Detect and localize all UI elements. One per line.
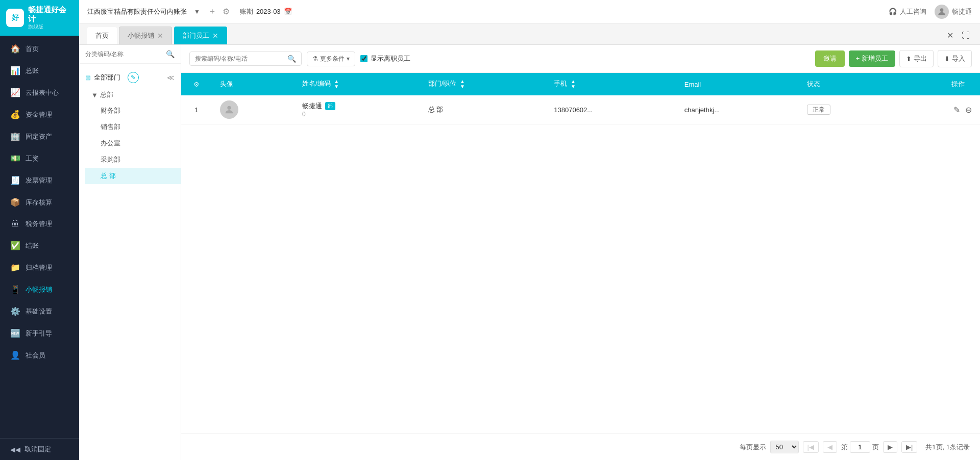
sidebar-item-home[interactable]: 🏠 首页 xyxy=(0,38,79,60)
reports-icon: 📈 xyxy=(10,88,20,97)
user-btn[interactable]: 畅捷通 xyxy=(935,5,972,19)
inventory-icon: 📦 xyxy=(10,197,20,207)
edit-employee-icon[interactable]: ✎ xyxy=(953,105,960,115)
sidebar-item-invoice[interactable]: 🧾 发票管理 xyxy=(0,169,79,191)
sidebar-item-settings[interactable]: ⚙️ 基础设置 xyxy=(0,300,79,322)
show-resigned-checkbox-label[interactable]: 显示离职员工 xyxy=(360,54,410,63)
sidebar-label-settings: 基础设置 xyxy=(26,307,52,316)
sidebar-item-assets[interactable]: 🏢 固定资产 xyxy=(0,125,79,147)
tab-expense-close-icon[interactable]: ✕ xyxy=(157,32,163,40)
dept-search-icon[interactable]: 🔍 xyxy=(166,50,175,58)
tab-dept-close-icon[interactable]: ✕ xyxy=(212,32,218,39)
employee-phone: 138070602... xyxy=(554,106,593,114)
col-email: Email xyxy=(676,73,799,95)
page-last-btn[interactable]: ▶| xyxy=(901,441,917,453)
sidebar-item-tax[interactable]: 🏛 税务管理 xyxy=(0,213,79,235)
content: 🔍 ⊞ 全部部门 ✎ ≪ ▼ 总部 财务部 xyxy=(79,45,980,460)
sidebar-item-reports[interactable]: 📈 云报表中心 xyxy=(0,82,79,104)
dept-child-sales[interactable]: 销售部 xyxy=(85,119,181,135)
tab-home-label: 首页 xyxy=(95,31,109,40)
sidebar-item-salary[interactable]: 💵 工资 xyxy=(0,147,79,169)
col-dept[interactable]: 部门/职位 ▲▼ xyxy=(420,73,546,95)
company-settings-icon[interactable]: ⚙ xyxy=(223,7,230,16)
employee-search-icon[interactable]: 🔍 xyxy=(287,55,296,63)
export-button[interactable]: ⬆ 导出 xyxy=(899,50,934,67)
dept-search-input[interactable] xyxy=(85,50,163,58)
page-first-btn[interactable]: |◀ xyxy=(803,441,819,453)
show-resigned-checkbox[interactable] xyxy=(360,55,368,62)
right-panel: 🔍 ⚗ 更多条件 ▾ 显示离职员工 邀请 + 新增员工 xyxy=(181,45,980,460)
dept-child-finance[interactable]: 财务部 xyxy=(85,103,181,119)
sidebar-unpin[interactable]: ◀◀ 取消固定 xyxy=(0,438,79,460)
sidebar-label-member: 社会员 xyxy=(26,351,45,360)
page-unit: 页 xyxy=(872,443,879,452)
add-employee-button[interactable]: + 新增员工 xyxy=(849,50,895,67)
sidebar-item-archive[interactable]: 📁 归档管理 xyxy=(0,257,79,278)
sidebar-item-inventory[interactable]: 📦 库存核算 xyxy=(0,191,79,213)
page-size-select[interactable]: 50 10 20 100 xyxy=(770,441,799,453)
calendar-icon[interactable]: 📅 xyxy=(284,8,292,15)
logo-text-group: 畅捷通好会计 旗舰版 xyxy=(28,5,73,31)
col-phone[interactable]: 手机 ▲▼ xyxy=(546,73,676,95)
filter-label: 更多条件 xyxy=(320,55,345,63)
service-btn[interactable]: 🎧 人工咨询 xyxy=(889,7,926,16)
employee-table: ⚙ 头像 姓名/编码 ▲▼ 部门/职位 ▲▼ xyxy=(181,73,980,124)
dept-parent-headquarters[interactable]: ▼ 总部 xyxy=(85,87,181,103)
tab-close-all-btn[interactable]: ✕ xyxy=(945,29,955,42)
sidebar-item-funds[interactable]: 💰 资金管理 xyxy=(0,104,79,125)
dept-child-general[interactable]: 总 部 xyxy=(85,168,181,184)
phone-sort-icon[interactable]: ▲▼ xyxy=(571,79,576,89)
ledger-icon: 📊 xyxy=(10,66,20,75)
sidebar-logo[interactable]: 好 畅捷通好会计 旗舰版 xyxy=(0,0,79,36)
col-settings[interactable]: ⚙ xyxy=(181,73,212,95)
sidebar-label-expense: 小畅报销 xyxy=(26,285,52,294)
sidebar-item-expense[interactable]: 📱 小畅报销 xyxy=(0,278,79,300)
dept-edit-icon[interactable]: ✎ xyxy=(128,72,139,83)
add-company-icon[interactable]: ＋ xyxy=(208,6,216,17)
import-label: 导入 xyxy=(952,54,965,63)
dept-child-label-purchase: 采购部 xyxy=(101,156,120,163)
dept-child-office[interactable]: 办公室 xyxy=(85,135,181,151)
export-label: 导出 xyxy=(914,54,927,63)
tab-expand-btn[interactable]: ⛶ xyxy=(960,29,972,42)
sidebar-unpin-label: 取消固定 xyxy=(24,445,51,454)
company-dropdown-icon[interactable]: ▼ xyxy=(194,8,200,15)
archive-icon: 📁 xyxy=(10,263,20,272)
sidebar-label-reports: 云报表中心 xyxy=(26,88,59,97)
page-next-btn[interactable]: ▶ xyxy=(883,441,897,453)
tab-expense[interactable]: 小畅报销 ✕ xyxy=(119,27,172,44)
page-prev-btn[interactable]: ◀ xyxy=(823,441,837,453)
filter-chevron-icon: ▾ xyxy=(347,55,350,62)
sidebar-item-guide[interactable]: 🆕 新手引导 xyxy=(0,322,79,344)
cell-status: 正常 xyxy=(799,95,893,124)
import-button[interactable]: ⬇ 导入 xyxy=(938,50,972,67)
settings-gear-icon[interactable]: ⚙ xyxy=(193,81,200,88)
employee-search-box: 🔍 xyxy=(189,52,302,66)
filter-btn[interactable]: ⚗ 更多条件 ▾ xyxy=(307,52,355,66)
svg-point-0 xyxy=(940,8,944,12)
employee-search-input[interactable] xyxy=(195,55,284,62)
logout-employee-icon[interactable]: ⊖ xyxy=(965,105,972,115)
cell-name: 畅捷通 部 0 xyxy=(294,95,420,124)
period-value: 2023-03 xyxy=(256,8,281,15)
tab-dept[interactable]: 部门员工 ✕ xyxy=(174,27,227,44)
col-name[interactable]: 姓名/编码 ▲▼ xyxy=(294,73,420,95)
dept-all-row[interactable]: ⊞ 全部部门 ✎ ≪ xyxy=(79,68,181,87)
pagination: 每页显示 50 10 20 100 |◀ ◀ 第 页 ▶ ▶| 共1页, 1条记… xyxy=(181,433,980,460)
sidebar-item-close[interactable]: ✅ 结账 xyxy=(0,235,79,257)
guide-icon: 🆕 xyxy=(10,328,20,338)
dept-child-purchase[interactable]: 采购部 xyxy=(85,151,181,168)
dept-collapse-icon[interactable]: ≪ xyxy=(167,73,175,82)
name-sort-icon[interactable]: ▲▼ xyxy=(334,79,339,89)
tab-home[interactable]: 首页 xyxy=(87,27,117,44)
status-badge: 正常 xyxy=(807,105,830,115)
dept-badge: 部 xyxy=(325,102,335,110)
sidebar-item-ledger[interactable]: 📊 总账 xyxy=(0,60,79,82)
company-name: 江西服宝精品有限责任公司内账张 xyxy=(87,7,187,16)
dept-sort-icon[interactable]: ▲▼ xyxy=(460,79,465,89)
invite-button[interactable]: 邀请 xyxy=(815,50,845,67)
page-input[interactable] xyxy=(850,441,870,453)
row-index: 1 xyxy=(194,106,198,114)
sidebar-item-member[interactable]: 👤 社会员 xyxy=(0,344,79,366)
table-header-row: ⚙ 头像 姓名/编码 ▲▼ 部门/职位 ▲▼ xyxy=(181,73,980,95)
